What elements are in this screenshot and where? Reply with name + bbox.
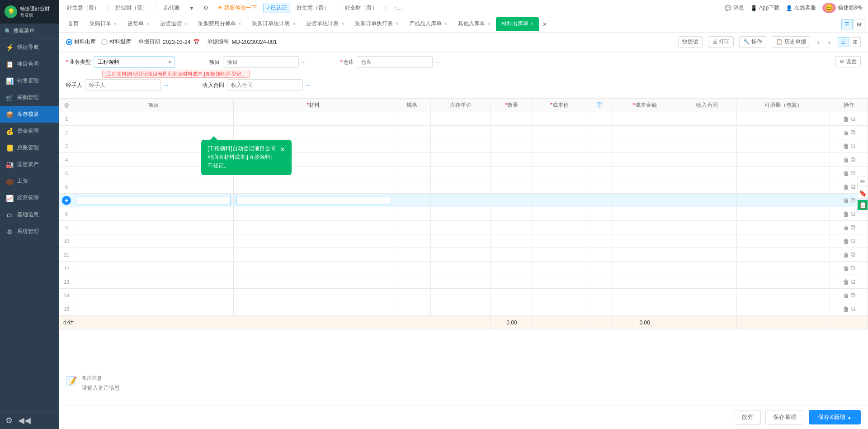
sidebar-search[interactable]: 🔍 搜索菜单 (0, 24, 59, 39)
copy-row-icon[interactable]: ⧉ (851, 196, 855, 204)
row-cost[interactable] (533, 139, 586, 153)
tab-finished-in[interactable]: 产成品入库单× (404, 17, 453, 31)
calendar-icon[interactable]: 📅 (193, 39, 200, 45)
notes-input[interactable] (82, 382, 443, 400)
delete-row-icon[interactable]: 🗑 (843, 129, 849, 136)
delete-row-icon[interactable]: 🗑 (843, 156, 849, 163)
row-cost[interactable] (533, 289, 586, 302)
row-income-contract[interactable] (677, 139, 737, 153)
sidebar-item-ledger[interactable]: 📒 总账管理 (0, 139, 59, 156)
business-type-input[interactable] (94, 56, 175, 68)
row-spec[interactable] (393, 167, 431, 180)
prev-record[interactable]: ‹ (816, 38, 821, 47)
delete-row-icon[interactable]: 🗑 (843, 305, 849, 313)
row-income-contract[interactable] (677, 126, 737, 139)
row-income-contract[interactable] (677, 112, 737, 126)
delete-row-icon[interactable]: 🗑 (843, 170, 849, 177)
delete-row-icon[interactable]: 🗑 (843, 238, 849, 245)
income-contract-link[interactable]: ··· (306, 82, 310, 88)
row-quantity[interactable] (491, 248, 533, 262)
topbar-tag-haoshengyi[interactable]: 好生意（普） (64, 3, 102, 13)
topbar-tag-haoshengyi2[interactable]: 好生意（普） (294, 3, 332, 13)
delete-row-icon[interactable]: 🗑 (843, 265, 849, 272)
row-quantity[interactable] (491, 126, 533, 139)
topbar-trial[interactable]: 👁 我要体验一下 (215, 3, 259, 13)
tab-purchase-order-stat[interactable]: 采购订单统计表× (246, 17, 301, 31)
copy-row-icon[interactable]: ⧉ (851, 156, 855, 163)
warehouse-input[interactable] (357, 56, 433, 68)
row-spec[interactable] (393, 139, 431, 153)
row-cost-amount[interactable] (613, 126, 677, 139)
sidebar-item-project[interactable]: 📋 项目合同 (0, 56, 59, 72)
topbar-tag-haoyecai2[interactable]: 好业财（普） (342, 3, 380, 13)
row-quantity[interactable] (491, 221, 533, 234)
copy-row-icon[interactable]: ⧉ (851, 251, 855, 258)
row-material[interactable] (233, 180, 393, 194)
row-material[interactable] (233, 207, 393, 221)
row-cost-amount[interactable] (613, 248, 677, 262)
topbar-tag-more[interactable]: +… (391, 4, 405, 12)
tab-close-all[interactable]: ✕ (539, 19, 551, 30)
row-cost[interactable] (533, 275, 586, 289)
btn-operation[interactable]: 🔧 操作 (739, 36, 766, 48)
delete-row-icon[interactable]: 🗑 (843, 210, 849, 218)
copy-row-icon[interactable]: ⧉ (851, 129, 855, 136)
sidebar-item-salary[interactable]: 💼 工资 (0, 173, 59, 190)
row-material-input[interactable] (236, 196, 390, 205)
row-spec[interactable] (393, 289, 431, 302)
row-income-contract[interactable] (677, 302, 737, 316)
close-tab-material-out[interactable]: × (531, 21, 534, 26)
row-material[interactable] (233, 221, 393, 234)
delete-row-icon[interactable]: 🗑 (843, 224, 849, 231)
copy-row-icon[interactable]: ⧉ (851, 305, 855, 313)
save-draft-button[interactable]: 保存草稿 (765, 410, 804, 424)
topbar-tag-yidaizhang[interactable]: 易代账 (161, 3, 183, 13)
row-cost[interactable] (533, 167, 586, 180)
row-cost-amount[interactable] (613, 180, 677, 194)
row-project[interactable] (74, 234, 234, 248)
row-project[interactable] (74, 207, 234, 221)
copy-row-icon[interactable]: ⧉ (851, 291, 855, 299)
row-spec[interactable] (393, 194, 431, 207)
sidebar-item-assets[interactable]: 🏭 固定资产 (0, 156, 59, 173)
row-project[interactable] (74, 289, 234, 302)
row-spec[interactable] (393, 302, 431, 316)
row-cost[interactable] (533, 248, 586, 262)
close-tab-purchase-order-stat[interactable]: × (292, 21, 295, 26)
row-cost-amount[interactable] (613, 167, 677, 180)
tab-material-out[interactable]: 材料出库单× (496, 17, 539, 31)
collapse-icon[interactable]: ◀◀ (18, 415, 31, 425)
row-spec[interactable] (393, 262, 431, 275)
row-income-contract[interactable] (677, 221, 737, 234)
view-btn-grid[interactable]: ⊞ (854, 19, 864, 29)
copy-row-icon[interactable]: ⧉ (851, 183, 855, 191)
row-quantity[interactable] (491, 139, 533, 153)
row-project[interactable] (74, 262, 234, 275)
next-record[interactable]: › (826, 38, 832, 47)
row-quantity[interactable] (491, 194, 533, 207)
row-quantity[interactable] (491, 302, 533, 316)
row-project[interactable] (74, 248, 234, 262)
close-tab-purchase-fee[interactable]: × (239, 21, 241, 26)
sidebar-item-sales[interactable]: 📊 销售管理 (0, 72, 59, 89)
delete-row-icon[interactable]: 🗑 (843, 183, 849, 191)
delete-row-icon[interactable]: 🗑 (843, 115, 849, 123)
row-cost[interactable] (533, 262, 586, 275)
row-material[interactable] (233, 194, 393, 207)
income-contract-input[interactable] (227, 79, 303, 91)
row-spec[interactable] (393, 153, 431, 167)
row-material[interactable] (233, 262, 393, 275)
row-quantity[interactable] (491, 167, 533, 180)
row-cost-amount[interactable] (613, 139, 677, 153)
row-project-input[interactable] (77, 196, 231, 205)
row-cost[interactable] (533, 234, 586, 248)
row-cost-amount[interactable] (613, 221, 677, 234)
agent-link[interactable]: ··· (164, 82, 168, 88)
row-cost[interactable] (533, 221, 586, 234)
close-tab-purchase-exec[interactable]: × (396, 21, 398, 26)
row-quantity[interactable] (491, 153, 533, 167)
discard-button[interactable]: 放弃 (734, 410, 761, 424)
topbar-tag-haoyecai[interactable]: 好业财（普） (113, 3, 151, 13)
row-quantity[interactable] (491, 112, 533, 126)
tab-purchase-in[interactable]: 进货单× (122, 17, 155, 31)
